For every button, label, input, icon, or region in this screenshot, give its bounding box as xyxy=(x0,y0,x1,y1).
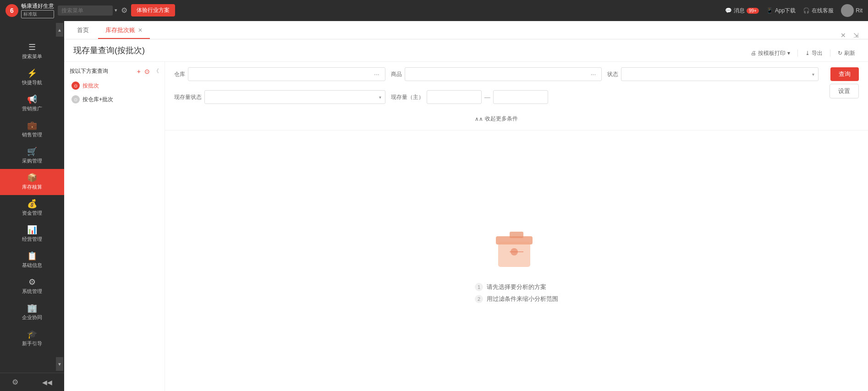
sidebar-item-label: 基础信息 xyxy=(22,262,42,269)
sidebar-item-operations[interactable]: 📊 经营管理 xyxy=(0,221,64,247)
divider xyxy=(797,49,798,57)
sidebar-settings-icon[interactable]: ⚙ xyxy=(12,378,18,386)
app-name: 畅康通好生意 xyxy=(21,3,54,9)
print-btn[interactable]: 🖨 按模板打印 ▾ xyxy=(747,48,794,59)
sidebar-collapse-icon[interactable]: ◀◀ xyxy=(42,379,52,386)
warehouse-label: 仓库 xyxy=(174,71,185,78)
experience-btn[interactable]: 体验行业方案 xyxy=(131,4,175,16)
message-icon: 💬 xyxy=(725,7,732,14)
goods-field: 商品 ··· xyxy=(391,67,602,81)
scheme-by-warehouse-batch[interactable]: ⊙ 按仓库+批次 xyxy=(64,92,165,106)
sidebar-scroll-up[interactable]: ▲ xyxy=(56,23,63,37)
search-menu-icon: ☰ xyxy=(28,43,36,51)
filter-row-2: 现存量状态 ▾ 现存量（主） xyxy=(174,90,819,104)
tab-home[interactable]: 首页 xyxy=(70,22,96,39)
panel-header: 按以下方案查询 + ⊙ 《 xyxy=(64,67,165,79)
hint-item-1: 1 请先选择要分析的方案 xyxy=(475,283,558,291)
inventory-qty-max[interactable] xyxy=(493,90,548,104)
collapse-btn[interactable]: ∧∧ 收起更多条件 xyxy=(475,113,518,125)
page-title: 现存量查询(按批次) xyxy=(73,45,145,61)
warehouse-more-btn[interactable]: ··· xyxy=(372,71,381,78)
sidebar-item-marketing[interactable]: 📢 营销推广 xyxy=(0,91,64,117)
sidebar-item-label: 资金管理 xyxy=(22,210,42,217)
filter-row-1: 仓库 ··· 商品 xyxy=(174,67,819,81)
divider2 xyxy=(830,49,830,57)
warehouse-field: 仓库 ··· xyxy=(174,67,385,81)
panel-icons: + ⊙ 《 xyxy=(137,67,159,75)
page-header: 现存量查询(按批次) 🖨 按模板打印 ▾ ⤓ 导出 ↻ 刷 xyxy=(64,39,868,62)
sidebar-item-quick-nav[interactable]: ⚡ 快捷导航 xyxy=(0,65,64,91)
sidebar-item-label: 企业协同 xyxy=(22,314,42,321)
sidebar-item-basics[interactable]: 📋 基础信息 xyxy=(0,247,64,273)
sidebar-item-sales[interactable]: 💼 销售管理 xyxy=(0,117,64,143)
close-panel-icon[interactable]: ✕ xyxy=(837,32,850,39)
scheme-label: 按批次 xyxy=(82,82,99,90)
expand-panel-icon[interactable]: ⇲ xyxy=(850,32,863,39)
scheme-by-batch[interactable]: ⊙ 按批次 xyxy=(64,79,165,92)
top-bar-left: 6 畅康通好生意 标准版 ▾ ⚙ 体验行业方案 xyxy=(5,3,175,18)
online-support-btn[interactable]: 🎧 在线客服 xyxy=(803,7,834,15)
query-btn[interactable]: 查询 xyxy=(830,67,859,81)
settings-btn[interactable]: 设置 xyxy=(830,84,859,98)
sidebar-item-purchase[interactable]: 🛒 采购管理 xyxy=(0,143,64,169)
sidebar-item-label: 营销推广 xyxy=(22,105,42,112)
tab-close-icon[interactable]: ✕ xyxy=(138,27,143,33)
refresh-label: 刷新 xyxy=(844,49,855,57)
collapse-row: ∧∧ 收起更多条件 xyxy=(174,113,819,125)
top-bar-right: 💬 消息 99+ 📱 App下载 🎧 在线客服 Rit xyxy=(725,4,863,17)
inventory-qty-label: 现存量（主） xyxy=(391,93,424,101)
goods-input[interactable]: ··· xyxy=(405,67,602,81)
sidebar-item-system[interactable]: ⚙ 系统管理 xyxy=(0,273,64,299)
filter-main-row: 仓库 ··· 商品 xyxy=(174,67,859,125)
inventory-status-label: 现存量状态 xyxy=(174,93,202,101)
sidebar-item-inventory[interactable]: 📦 库存核算 xyxy=(0,169,64,195)
sidebar-item-search-menu[interactable]: ☰ 搜索菜单 xyxy=(0,38,64,65)
sidebar-item-guide[interactable]: 🎓 新手引导 xyxy=(0,326,64,352)
export-btn[interactable]: ⤓ 导出 xyxy=(802,48,826,59)
scheme-settings-btn[interactable]: ⊙ xyxy=(144,68,150,75)
tab-actions: ✕ ⇲ xyxy=(837,32,863,39)
sidebar-item-apps[interactable]: 🔲 应用中心 xyxy=(0,352,64,355)
scheme-icon-red: ⊙ xyxy=(71,81,80,90)
app-download-btn[interactable]: 📱 App下载 xyxy=(766,7,796,15)
inventory-icon: 📦 xyxy=(27,174,37,182)
top-bar: 6 畅康通好生意 标准版 ▾ ⚙ 体验行业方案 💬 消息 99+ 📱 App下 xyxy=(0,0,868,21)
print-dropdown-icon: ▾ xyxy=(787,50,790,56)
status-select[interactable]: ▾ xyxy=(621,67,819,81)
hint-num-2: 2 xyxy=(475,295,483,303)
system-icon: ⚙ xyxy=(28,278,36,286)
page-actions: 🖨 按模板打印 ▾ ⤓ 导出 ↻ 刷新 xyxy=(747,48,859,59)
search-menu-btn[interactable]: ▾ xyxy=(58,5,117,16)
avatar xyxy=(841,4,854,17)
operations-icon: 📊 xyxy=(27,226,37,234)
sidebar-scroll: ☰ 搜索菜单 ⚡ 快捷导航 📢 营销推广 💼 销售管理 🛒 采购管理 xyxy=(0,38,64,355)
messages-btn[interactable]: 💬 消息 99+ xyxy=(725,7,759,15)
online-support-label: 在线客服 xyxy=(812,7,834,15)
sidebar-item-finance[interactable]: 💰 资金管理 xyxy=(0,195,64,221)
app-logo: 6 xyxy=(5,4,18,17)
sidebar-item-enterprise[interactable]: 🏢 企业协同 xyxy=(0,299,64,326)
scheme-label: 按仓库+批次 xyxy=(82,96,113,103)
add-scheme-btn[interactable]: + xyxy=(137,68,141,75)
inventory-qty-dash: — xyxy=(484,94,490,101)
quick-nav-icon: ⚡ xyxy=(27,69,37,77)
svg-rect-2 xyxy=(510,232,523,238)
goods-more-btn[interactable]: ··· xyxy=(589,71,598,78)
marketing-icon: 📢 xyxy=(27,95,37,103)
sidebar-item-label: 搜索菜单 xyxy=(22,53,42,60)
sidebar-item-label: 销售管理 xyxy=(22,131,42,138)
scheme-icon-gray: ⊙ xyxy=(71,95,80,103)
search-input[interactable] xyxy=(58,5,113,16)
refresh-btn[interactable]: ↻ 刷新 xyxy=(834,48,859,59)
tab-batch-inventory[interactable]: 库存批次账 ✕ xyxy=(98,22,150,39)
panel-collapse-btn[interactable]: 《 xyxy=(154,67,159,75)
username-label: Rit xyxy=(856,7,863,14)
inventory-status-select[interactable]: ▾ xyxy=(204,90,385,104)
user-avatar-area[interactable]: Rit xyxy=(841,4,863,17)
empty-svg xyxy=(489,219,544,274)
sidebar-scroll-down[interactable]: ▼ xyxy=(56,357,63,371)
settings-icon[interactable]: ⚙ xyxy=(121,6,127,15)
warehouse-input[interactable]: ··· xyxy=(188,67,385,81)
hint-num-1: 1 xyxy=(475,283,483,291)
inventory-qty-min[interactable] xyxy=(427,90,482,104)
